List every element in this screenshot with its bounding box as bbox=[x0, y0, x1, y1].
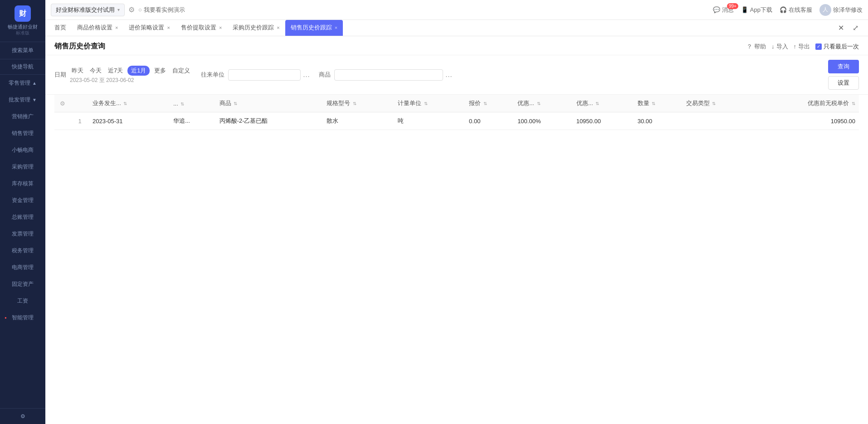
col-unit-header[interactable]: 计量单位 ⇅ bbox=[394, 95, 465, 112]
close-icon[interactable]: × bbox=[167, 25, 170, 30]
sidebar-item-retail[interactable]: 零售管理 ▲ bbox=[0, 75, 45, 92]
sidebar-item-tax[interactable]: 税务管理 bbox=[0, 242, 45, 259]
sidebar-settings[interactable]: ⚙ bbox=[0, 408, 45, 424]
date-opt-custom[interactable]: 自定义 bbox=[171, 66, 192, 76]
sidebar-item-tax-label: 税务管理 bbox=[12, 247, 34, 255]
product-input-group: … bbox=[334, 69, 452, 81]
version-selector[interactable]: 好业财标准版交付试用 ▾ bbox=[51, 4, 125, 16]
sidebar-quicknav[interactable]: 快捷导航 bbox=[0, 59, 45, 75]
logo-text: 畅捷通好业财 bbox=[4, 24, 42, 30]
sidebar-item-smart[interactable]: 智能管理 bbox=[0, 309, 45, 326]
product-input[interactable] bbox=[334, 69, 443, 81]
filter-bar: 日期 昨天 今天 近7天 近1月 更多 自定义 2023-05-02 至 202… bbox=[45, 55, 868, 95]
headset-icon: 🎧 bbox=[780, 6, 787, 13]
sidebar-item-ecommerce[interactable]: 电商管理 bbox=[0, 259, 45, 276]
tabbar: 首页 商品价格设置 × 进价策略设置 × 售价提取设置 × 采购历史价跟踪 × … bbox=[45, 20, 868, 36]
sidebar-item-fixed-assets-label: 固定资产 bbox=[12, 280, 34, 288]
sort-icon: ⇅ bbox=[712, 101, 716, 106]
product-dots-button[interactable]: … bbox=[445, 71, 452, 79]
logo-icon: 财 bbox=[15, 5, 31, 22]
sidebar-item-salary[interactable]: 工资 bbox=[0, 293, 45, 309]
import-button[interactable]: ↓ 导入 bbox=[771, 43, 788, 51]
sidebar-item-wholesale[interactable]: 批发管理 ▼ bbox=[0, 92, 45, 108]
row-spec-cell: 散水 bbox=[323, 112, 394, 130]
main-area: 好业财标准版交付试用 ▾ ⚙ ○ 我要看实例演示 💬 消息 99+ 📱 App下… bbox=[45, 0, 868, 424]
tab-sale-price-label: 售价提取设置 bbox=[181, 24, 216, 32]
app-download-button[interactable]: 📱 App下载 bbox=[741, 6, 772, 14]
tab-home[interactable]: 首页 bbox=[49, 20, 72, 36]
col-discount-pct-header[interactable]: 优惠... ⇅ bbox=[514, 95, 573, 112]
gear-button[interactable]: ⚙ bbox=[128, 5, 135, 14]
help-button[interactable]: ？ 帮助 bbox=[746, 43, 766, 51]
row-unit-cell: 吨 bbox=[394, 112, 465, 130]
setting-button[interactable]: 设置 bbox=[828, 76, 859, 90]
close-panel-button[interactable]: ✕ bbox=[835, 23, 846, 34]
user-name: 徐泽华修改 bbox=[833, 6, 863, 14]
sidebar-item-xiaochang-label: 小畅电商 bbox=[12, 146, 34, 154]
sidebar-item-fixed-assets[interactable]: 固定资产 bbox=[0, 276, 45, 293]
col-product-header[interactable]: 商品 ⇅ bbox=[216, 95, 323, 112]
only-last-checkbox[interactable]: ✓ 只看最后一次 bbox=[815, 43, 859, 51]
sort-icon: ⇅ bbox=[180, 101, 184, 106]
col-trade-type-header[interactable]: 交易类型 ⇅ bbox=[683, 95, 754, 112]
col-spec-header[interactable]: 规格型号 ⇅ bbox=[323, 95, 394, 112]
tab-sales-history[interactable]: 销售历史价跟踪 × bbox=[285, 20, 343, 36]
partner-input[interactable] bbox=[228, 69, 301, 81]
service-label: 在线客服 bbox=[789, 6, 812, 14]
close-icon[interactable]: × bbox=[335, 25, 337, 30]
sidebar-item-inventory-label: 库存核算 bbox=[12, 180, 34, 188]
demo-link[interactable]: ○ 我要看实例演示 bbox=[138, 6, 185, 14]
sidebar-search[interactable]: 搜索菜单 bbox=[0, 42, 45, 59]
col-quantity-header[interactable]: 数量 ⇅ bbox=[634, 95, 683, 112]
message-button[interactable]: 💬 消息 99+ bbox=[713, 6, 734, 14]
app-icon: 📱 bbox=[741, 6, 748, 13]
tab-purchase-history[interactable]: 采购历史价跟踪 × bbox=[227, 20, 285, 36]
col-pretax-header[interactable]: 优惠前无税单价 ⇅ bbox=[754, 95, 859, 112]
col-discount-val-header[interactable]: 优惠... ⇅ bbox=[573, 95, 634, 112]
date-opt-last7[interactable]: 近7天 bbox=[106, 66, 125, 76]
close-icon[interactable]: × bbox=[115, 25, 118, 30]
sidebar-item-ledger[interactable]: 总账管理 bbox=[0, 209, 45, 226]
sort-icon: ⇅ bbox=[595, 101, 599, 106]
chevron-down-icon: ▼ bbox=[32, 97, 37, 102]
product-label: 商品 bbox=[319, 71, 331, 79]
close-icon[interactable]: × bbox=[277, 25, 279, 30]
query-button[interactable]: 查询 bbox=[828, 60, 859, 73]
date-opt-today[interactable]: 今天 bbox=[88, 66, 103, 76]
user-menu[interactable]: 人 徐泽华修改 bbox=[819, 4, 863, 16]
service-button[interactable]: 🎧 在线客服 bbox=[780, 6, 812, 14]
close-icon[interactable]: × bbox=[219, 25, 222, 30]
avatar: 人 bbox=[819, 4, 831, 16]
sidebar-nav: 零售管理 ▲ 批发管理 ▼ 营销推广 销售管理 小畅电商 采购管理 库存核算 资… bbox=[0, 75, 45, 408]
export-button[interactable]: ↑ 导出 bbox=[794, 43, 810, 51]
sidebar-item-invoice[interactable]: 发票管理 bbox=[0, 226, 45, 242]
tab-strategy[interactable]: 进价策略设置 × bbox=[123, 20, 175, 36]
tab-price[interactable]: 商品价格设置 × bbox=[72, 20, 123, 36]
sidebar-item-sales[interactable]: 销售管理 bbox=[0, 125, 45, 142]
sidebar-item-finance[interactable]: 资金管理 bbox=[0, 192, 45, 209]
import-label: 导入 bbox=[776, 43, 788, 51]
gear-icon[interactable]: ⚙ bbox=[60, 100, 65, 107]
row-trade-type-cell bbox=[683, 112, 754, 130]
topbar-right: 💬 消息 99+ 📱 App下载 🎧 在线客服 人 徐泽华修改 bbox=[713, 4, 863, 16]
expand-panel-button[interactable]: ⤢ bbox=[850, 23, 861, 34]
date-opt-yesterday[interactable]: 昨天 bbox=[70, 66, 85, 76]
partner-label: 往来单位 bbox=[201, 71, 224, 79]
row-discount-pct-cell: 100.00% bbox=[514, 112, 573, 130]
tab-sale-price[interactable]: 售价提取设置 × bbox=[176, 20, 227, 36]
sidebar-item-inventory[interactable]: 库存核算 bbox=[0, 175, 45, 192]
partner-dots-button[interactable]: … bbox=[302, 71, 310, 79]
date-opt-more[interactable]: 更多 bbox=[152, 66, 168, 76]
col-price-header[interactable]: 报价 ⇅ bbox=[465, 95, 514, 112]
sidebar-item-xiaochang[interactable]: 小畅电商 bbox=[0, 142, 45, 159]
sidebar-item-purchase[interactable]: 采购管理 bbox=[0, 159, 45, 175]
sidebar-item-marketing[interactable]: 营销推广 bbox=[0, 108, 45, 125]
page-header: 销售历史价查询 ？ 帮助 ↓ 导入 ↑ 导出 ✓ 只看最后一次 bbox=[45, 36, 868, 55]
date-opt-last1m[interactable]: 近1月 bbox=[127, 66, 150, 76]
col-gear-header: ⚙ bbox=[54, 95, 71, 112]
version-selector-label: 好业财标准版交付试用 bbox=[56, 6, 115, 14]
sidebar-item-sales-label: 销售管理 bbox=[12, 130, 34, 137]
col-date-header[interactable]: 业务发生... ⇅ bbox=[89, 95, 170, 112]
row-pretax-cell: 10950.00 bbox=[754, 112, 859, 130]
col-more-header[interactable]: ... ⇅ bbox=[170, 95, 216, 112]
